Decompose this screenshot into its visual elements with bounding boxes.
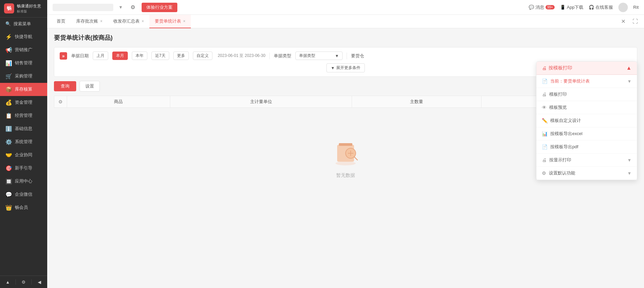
date-btn-custom[interactable]: 自定义 [193,52,212,60]
sidebar-item-sales[interactable]: 📊 销售管理 [0,57,47,70]
service-label: 在线客服 [595,4,613,10]
template-print-icon: 🖨 [542,92,547,97]
dropdown-menu: 🖨 按模板打印 ▲ 📄 当前：要货单统计表 ▼ 🖨 模板打印 👁 模板预览 [536,61,637,180]
sidebar-item-label: 营销推广 [15,47,32,53]
display-print-arrow: ▼ [627,158,632,163]
topbar-right: 💬 消息 99+ 📱 App下载 🎧 在线客服 Rit [529,3,639,12]
template-custom-icon: ✏️ [542,118,548,123]
expand-icon: ▼ [331,66,335,70]
collab-icon: 🤝 [5,152,12,158]
sidebar-item-appstore[interactable]: 🔲 应用中心 [0,175,47,188]
user-avatar[interactable] [618,3,628,12]
sidebar-arrow-btn[interactable]: ◀ [37,280,42,284]
template-excel-label: 按模板导出excel [550,131,582,137]
sidebar: 畅 畅康通好生意 标准版 🔍 搜索菜单 ⚡ 快捷导航 📢 营销推广 📊 销售管理… [0,0,47,288]
sidebar-item-shortcut[interactable]: ⚡ 快捷导航 [0,30,47,43]
query-btn[interactable]: 查询 [54,81,76,91]
sidebar-item-marketing[interactable]: 📢 营销推广 [0,43,47,57]
logo-icon: 畅 [4,3,14,13]
dropdown-display-print-left: 🖨 按显示打印 [542,157,571,163]
date-btn-more[interactable]: 更多 [173,52,189,60]
dropdown-header: 🖨 按模板打印 ▲ [536,62,637,75]
dropdown-item-set-default[interactable]: ⚙ 设置默认功能 ▼ [536,167,637,180]
col-unit: 主计量单位 [170,96,352,108]
sidebar-item-inventory[interactable]: 📦 库存核算 [0,83,47,96]
tab-order-stat-close[interactable]: × [183,19,185,24]
logo-badge: 标准版 [17,9,41,14]
dropdown-close-btn[interactable]: ▲ [626,65,632,71]
search-label: 搜索菜单 [13,21,31,27]
filter-divider2 [347,53,347,59]
template-print-label: 模板打印 [549,91,567,97]
date-btn-this-year[interactable]: 本年 [132,52,147,60]
sales-icon: 📊 [5,60,12,66]
topbar-dropdown-btn[interactable]: ▼ [117,4,124,11]
tab-receipt-summary[interactable]: 收发存汇总表 × [108,15,149,28]
tab-maximize-btn[interactable]: ⛶ [631,17,640,26]
sidebar-item-label: 库存核算 [15,86,32,92]
template-pdf-icon: 📄 [542,144,548,150]
message-btn[interactable]: 💬 消息 99+ [529,4,555,10]
date-btn-7days[interactable]: 近7天 [151,52,169,60]
sidebar-item-guide[interactable]: 🎯 新手引导 [0,162,47,175]
date-label: 单据日期 [71,53,89,59]
set-default-arrow: ▼ [627,171,632,176]
template-preview-icon: 👁 [542,105,547,110]
sidebar-item-finance[interactable]: 💰 资金管理 [0,96,47,109]
tab-order-stat[interactable]: 要货单统计表 × [149,15,191,28]
expand-btn[interactable]: ▼ 展开更多条件 [326,63,365,72]
user-name: Rit [633,5,639,10]
tab-inventory-batch[interactable]: 库存批次账 × [71,15,108,28]
app-download-btn[interactable]: 📱 App下载 [560,4,583,10]
message-badge: 99+ [546,5,555,9]
tab-receipt-summary-label: 收发存汇总表 [113,18,140,24]
exp-btn[interactable]: 体验行业方案 [142,3,177,12]
tab-close-all-btn[interactable]: ✕ [618,17,628,26]
sidebar-item-member[interactable]: 👑 畅会员 [0,201,47,214]
dropdown-item-template-pdf[interactable]: 📄 按模板导出pdf [536,140,637,154]
sidebar-item-operations[interactable]: 📋 经营管理 [0,109,47,122]
page-content: 要货单统计表(按商品) » 单据日期 上月 本月 本年 近7天 更多 自定义 2… [47,28,644,288]
dropdown-item-current[interactable]: 📄 当前：要货单统计表 ▼ [536,75,637,88]
sidebar-item-basic[interactable]: ℹ️ 基础信息 [0,122,47,135]
type-select[interactable]: 单据类型 ▼ [295,52,343,60]
dropdown-current-label: 当前：要货单统计表 [550,78,590,84]
tab-inventory-batch-close[interactable]: × [100,19,103,24]
message-label: 消息 [535,4,544,10]
sidebar-item-collab[interactable]: 🤝 企业协同 [0,149,47,162]
sidebar-item-purchase[interactable]: 🛒 采购管理 [0,70,47,83]
sidebar-item-system[interactable]: ⚙️ 系统管理 [0,135,47,149]
table-settings-icon[interactable]: ⚙ [58,99,63,104]
filter-toggle-btn[interactable]: » [60,52,67,60]
sidebar-item-label: 系统管理 [15,139,32,145]
inventory-icon: 📦 [5,86,12,93]
marketing-icon: 📢 [5,47,12,53]
sidebar-search[interactable]: 🔍 搜索菜单 [0,18,47,30]
date-btn-this-month[interactable]: 本月 [112,52,128,60]
sidebar-item-label: 快捷导航 [15,34,32,40]
sidebar-item-label: 采购管理 [15,73,32,79]
appstore-icon: 🔲 [5,178,12,185]
dropdown-item-template-custom[interactable]: ✏️ 模板自定义设计 [536,114,637,127]
dropdown-item-display-print[interactable]: 🖨 按显示打印 ▼ [536,154,637,167]
sidebar-logo: 畅 畅康通好生意 标准版 [0,0,47,18]
sidebar-item-label: 应用中心 [15,178,32,184]
dropdown-item-template-print[interactable]: 🖨 模板打印 [536,88,637,101]
tab-home[interactable]: 首页 [51,15,71,28]
scroll-down-btn[interactable]: ⚙ [21,280,26,284]
main-content: ▼ ⚙ 体验行业方案 💬 消息 99+ 📱 App下载 🎧 在线客服 Rit 首… [47,0,644,288]
sidebar-item-wechat[interactable]: 💬 企业微信 [0,188,47,201]
dropdown-item-template-preview[interactable]: 👁 模板预览 [536,101,637,114]
tabs-bar: 首页 库存批次账 × 收发存汇总表 × 要货单统计表 × ✕ ⛶ [47,15,644,28]
topbar-gear-btn[interactable]: ⚙ [128,3,138,12]
sidebar-item-label: 资金管理 [15,99,32,105]
setting-btn[interactable]: 设置 [80,81,100,92]
display-print-icon: 🖨 [542,157,547,163]
dropdown-item-template-excel[interactable]: 📊 按模板导出excel [536,127,637,140]
date-btn-last-month[interactable]: 上月 [93,52,108,60]
topbar-search-input[interactable] [53,4,113,11]
scroll-up-btn[interactable]: ▲ [5,280,10,284]
online-service-btn[interactable]: 🎧 在线客服 [589,4,613,10]
tab-receipt-summary-close[interactable]: × [142,19,144,24]
sidebar-bottom: ▲ ⚙ ◀ [0,276,47,288]
